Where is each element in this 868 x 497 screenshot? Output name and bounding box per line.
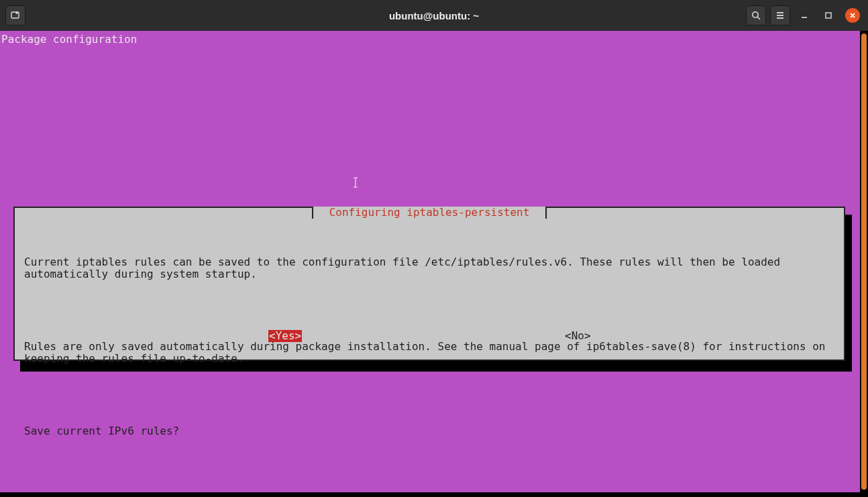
hamburger-icon — [775, 10, 785, 21]
terminal[interactable]: Package configuration Configuring iptabl… — [0, 31, 860, 492]
search-icon — [751, 10, 761, 21]
maximize-icon — [824, 11, 833, 20]
close-button[interactable] — [843, 5, 863, 25]
titlebar: ubuntu@ubuntu: ~ — [0, 0, 868, 31]
search-button[interactable] — [746, 5, 766, 25]
dialog-paragraph-2: Rules are only saved automatically durin… — [24, 341, 834, 365]
yes-button[interactable]: <Yes> — [268, 330, 302, 342]
new-tab-button[interactable] — [5, 5, 25, 25]
svg-line-4 — [757, 17, 760, 19]
text-cursor-icon — [353, 177, 358, 188]
minimize-icon — [800, 11, 809, 20]
menu-button[interactable] — [770, 5, 790, 25]
dialog-paragraph-1: Current iptables rules can be saved to t… — [24, 256, 834, 280]
svg-rect-9 — [826, 13, 831, 18]
dialog-buttons: <Yes> <No> — [15, 330, 844, 342]
minimize-button[interactable] — [794, 5, 814, 25]
maximize-button[interactable] — [818, 5, 838, 25]
close-icon — [849, 11, 857, 19]
screen-header: Package configuration — [1, 34, 137, 46]
window-title: ubuntu@ubuntu: ~ — [0, 10, 868, 21]
dialog-prompt: Save current IPv6 rules? — [24, 425, 834, 437]
scrollbar[interactable] — [861, 34, 867, 490]
titlebar-right — [746, 5, 863, 25]
new-tab-icon — [10, 10, 21, 21]
config-dialog: Configuring iptables-persistent Current … — [13, 207, 845, 361]
dialog-body: Current iptables rules can be saved to t… — [24, 232, 834, 461]
terminal-wrap: Package configuration Configuring iptabl… — [0, 31, 868, 497]
scrollbar-thumb[interactable] — [861, 34, 867, 490]
no-button[interactable]: <No> — [565, 330, 591, 342]
dialog-title-wrap: Configuring iptables-persistent — [312, 207, 547, 219]
svg-point-3 — [753, 12, 758, 17]
dialog-title: Configuring iptables-persistent — [323, 206, 536, 219]
